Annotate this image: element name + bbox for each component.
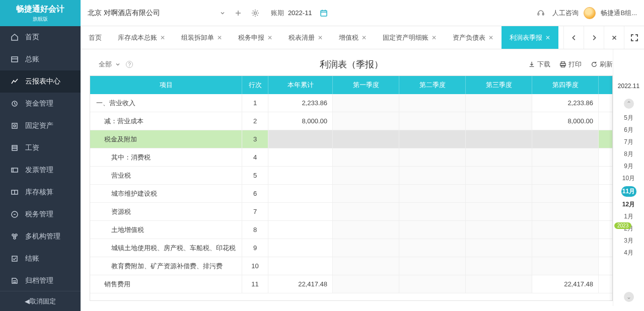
table-row[interactable]: 营业税5 (90, 167, 612, 185)
cell-q3 (466, 167, 532, 184)
help-icon[interactable]: ? (126, 61, 133, 68)
rail-month-4[interactable]: 9月 (621, 162, 636, 171)
tab-4[interactable]: 税表清册✕ (280, 26, 331, 49)
tab-7[interactable]: 资产负债表✕ (445, 26, 502, 49)
rail-month-0[interactable]: 5月 (621, 114, 636, 122)
cell-num: 10 (242, 257, 268, 275)
user-name[interactable]: 畅捷通B组... (601, 9, 637, 18)
sidebar-item-11[interactable]: 归档管理 (0, 270, 81, 292)
avatar[interactable] (584, 7, 596, 19)
month-rail: 2022.11 ⌃ 5月6月7月8月9月10月11月12月1月2月3月4月 20… (613, 49, 644, 306)
table-body[interactable]: 一、营业收入12,233.862,233.86减：营业成本28,000.008,… (90, 94, 612, 300)
sidebar: 畅捷通好会计 旗舰版 首页总账云报表中心资金管理固定资产工资发票管理库存核算税务… (0, 0, 81, 311)
close-icon[interactable]: ✕ (432, 34, 437, 41)
tab-1[interactable]: 库存成本总账✕ (110, 26, 173, 49)
refresh-button[interactable]: 刷新 (591, 60, 613, 69)
sidebar-item-6[interactable]: 发票管理 (0, 159, 81, 181)
refresh-label: 刷新 (600, 60, 613, 69)
nav-icon (10, 276, 19, 285)
close-icon[interactable]: ✕ (545, 34, 550, 41)
plus-icon[interactable] (234, 9, 243, 18)
nav-label: 发票管理 (25, 166, 53, 175)
tab-5[interactable]: 增值税✕ (331, 26, 375, 49)
calendar-icon[interactable] (319, 9, 328, 18)
download-button[interactable]: 下载 (528, 60, 550, 69)
rail-down-button[interactable]: ⌄ (624, 292, 634, 302)
period-value[interactable]: 2022-11 (288, 9, 312, 17)
sidebar-item-4[interactable]: 固定资产 (0, 115, 81, 137)
close-icon[interactable]: ✕ (318, 34, 323, 41)
sidebar-item-8[interactable]: 税务管理 (0, 203, 81, 225)
cell-q2 (399, 130, 466, 148)
tab-close-button[interactable] (604, 26, 624, 49)
cell-q3 (466, 203, 532, 220)
toolbar: 全部 ? 利润表（季报） 下载 打印 刷新 (90, 54, 613, 74)
tab-2[interactable]: 组装拆卸单✕ (173, 26, 230, 49)
table-row[interactable]: 其中：消费税4 (90, 148, 612, 167)
print-button[interactable]: 打印 (559, 60, 582, 69)
report-table: 项目 行次 本年累计 第一季度 第二季度 第三季度 第四季度 一、营业收入12,… (90, 75, 613, 301)
close-icon[interactable]: ✕ (362, 34, 367, 41)
cell-q3 (466, 185, 532, 202)
table-row[interactable]: 资源税7 (90, 203, 612, 221)
table-row[interactable]: 教育费附加、矿产资源补偿费、排污费10 (90, 257, 612, 275)
print-label: 打印 (568, 60, 582, 69)
table-row[interactable]: 城市维护建设税6 (90, 185, 612, 203)
tab-next-button[interactable] (584, 26, 604, 49)
cell-q1 (333, 148, 399, 166)
close-icon[interactable]: ✕ (217, 34, 222, 41)
tab-6[interactable]: 固定资产明细账✕ (375, 26, 445, 49)
gear-icon[interactable] (251, 9, 260, 18)
sidebar-item-9[interactable]: 多机构管理 (0, 225, 81, 248)
table-row[interactable]: 税金及附加3 (90, 130, 612, 148)
tab-0[interactable]: 首页 (81, 26, 110, 49)
rail-month-1[interactable]: 6月 (621, 126, 636, 134)
close-icon[interactable]: ✕ (267, 34, 272, 41)
table-row[interactable]: 一、营业收入12,233.862,233.86 (90, 94, 612, 112)
tab-8[interactable]: 利润表季报✕ (502, 26, 558, 49)
rail-month-10[interactable]: 3月 (621, 237, 636, 245)
table-row[interactable]: 城镇土地使用税、房产税、车船税、印花税9 (90, 239, 612, 257)
consult-button[interactable]: 人工咨询 (532, 9, 579, 18)
tab-3[interactable]: 税务申报✕ (230, 26, 280, 49)
table-row[interactable]: 销售费用1122,417.4822,417.48 (90, 275, 612, 293)
tab-label: 固定资产明细账 (383, 33, 428, 42)
tabs-row: 首页库存成本总账✕组装拆卸单✕税务申报✕税表清册✕增值税✕固定资产明细账✕资产负… (81, 26, 644, 49)
table-header: 项目 行次 本年累计 第一季度 第二季度 第三季度 第四季度 (90, 76, 612, 94)
close-icon[interactable]: ✕ (160, 34, 165, 41)
rail-month-11[interactable]: 4月 (621, 249, 636, 257)
close-icon[interactable]: ✕ (488, 34, 493, 41)
logo-subtitle: 旗舰版 (33, 16, 48, 23)
sidebar-item-5[interactable]: 工资 (0, 137, 81, 159)
sidebar-item-3[interactable]: 资金管理 (0, 93, 81, 115)
sidebar-item-0[interactable]: 首页 (0, 26, 81, 48)
filter-all-dropdown[interactable]: 全部 ? (99, 60, 133, 69)
rail-month-5[interactable]: 10月 (621, 174, 636, 183)
rail-up-button[interactable]: ⌃ (624, 99, 634, 109)
cell-year (268, 257, 333, 275)
rail-month-8[interactable]: 1月 (621, 212, 636, 221)
unpin-button[interactable]: ◀ 取消固定 (0, 291, 81, 311)
next-year-badge: 2023 (614, 222, 631, 229)
cell-year: 2,233.86 (268, 94, 333, 112)
table-row[interactable]: 减：营业成本28,000.008,000.00 (90, 112, 612, 130)
fullscreen-button[interactable] (624, 26, 644, 49)
rail-month-3[interactable]: 8月 (621, 150, 636, 159)
rail-month-6[interactable]: 11月 (621, 186, 636, 197)
tab-label: 税务申报 (238, 33, 264, 42)
tab-prev-button[interactable] (563, 26, 584, 49)
svg-rect-3 (12, 123, 17, 128)
rail-month-2[interactable]: 7月 (621, 138, 636, 146)
table-row[interactable]: 土地增值税8 (90, 221, 612, 239)
sidebar-item-1[interactable]: 总账 (0, 48, 81, 70)
cell-q4 (532, 185, 599, 202)
sidebar-item-2[interactable]: 云报表中心 (0, 70, 81, 93)
company-name[interactable]: 北京 对啊酒店有限公司 (88, 9, 160, 18)
cell-year (268, 148, 333, 166)
sidebar-item-7[interactable]: 库存核算 (0, 181, 81, 203)
cell-q1 (333, 112, 399, 130)
sidebar-item-10[interactable]: 结账 (0, 248, 81, 270)
rail-month-7[interactable]: 12月 (621, 200, 636, 209)
company-dropdown-icon[interactable] (220, 10, 226, 16)
nav-icon (10, 166, 19, 175)
